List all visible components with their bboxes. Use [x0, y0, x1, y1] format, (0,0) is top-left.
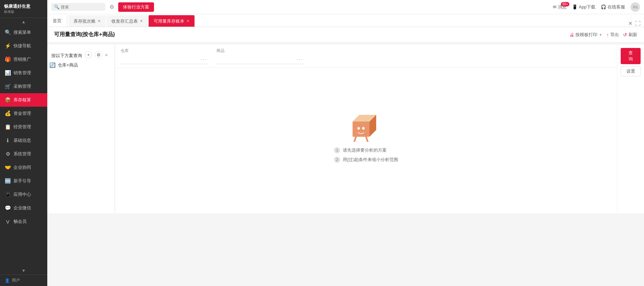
- sidebar-item-basic[interactable]: ℹ基础信息: [0, 134, 47, 147]
- online-service-btn[interactable]: 🎧 在线客服: [601, 4, 625, 10]
- app-version: 标准版: [4, 9, 43, 14]
- empty-hints: 1 请先选择要分析的方案 2 用[过滤]条件来缩小分析范围: [334, 147, 398, 163]
- industry-btn[interactable]: 体验行业方案: [118, 2, 154, 12]
- warehouse-dots[interactable]: ···: [201, 56, 207, 62]
- basic-icon: ℹ: [5, 137, 11, 144]
- sidebar-item-search[interactable]: 🔍搜索菜单: [0, 26, 47, 39]
- scheme-item[interactable]: 🔄 仓库+商品: [47, 61, 114, 70]
- refresh-icon: ↺: [623, 32, 627, 37]
- svg-line-6: [366, 137, 368, 142]
- wechat-icon: 💬: [5, 205, 11, 211]
- filter-fields-row: 仓库 ··· 商品 ···: [115, 45, 617, 68]
- tab-home[interactable]: 首页: [47, 15, 67, 27]
- refresh-btn[interactable]: ↺ 刷新: [623, 32, 637, 38]
- topbar: 🔍 ⚙ 体验行业方案 ✉ 99+ 消息 📱 App下载 🎧 在线客服 Rit: [47, 0, 644, 14]
- message-icon: ✉: [553, 4, 557, 9]
- settings-btn[interactable]: 设置: [621, 66, 641, 76]
- app-download-btn[interactable]: 📱 App下载: [572, 4, 595, 10]
- tab-available-label: 可用量库存账本: [154, 18, 184, 24]
- system-icon: ⚙: [5, 151, 11, 157]
- tab-batch-close[interactable]: ✕: [98, 19, 101, 23]
- add-scheme-btn[interactable]: +: [85, 51, 92, 58]
- online-service-label: 在线客服: [608, 4, 625, 10]
- scroll-down[interactable]: ▼: [0, 267, 47, 275]
- sidebar-label-member: 畅会员: [14, 218, 27, 225]
- sidebar-label-shortcut: 快捷导航: [14, 43, 31, 49]
- shortcut-icon: ⚡: [5, 43, 11, 49]
- sidebar-item-finance[interactable]: 💰资金管理: [0, 107, 47, 120]
- hint-1: 1 请先选择要分析的方案: [334, 147, 398, 153]
- sales-icon: 📊: [5, 70, 11, 76]
- query-btn[interactable]: 查询: [621, 48, 641, 64]
- tabs-bar: 首页 库存批次账 ✕ 收发存汇总表 ✕ 可用量库存账本 ✕ ✕ ⛶: [47, 14, 644, 27]
- page-header-actions: 🖨 按模板打印 ▼ ↑ 导出 ↺ 刷新: [569, 32, 637, 38]
- print-btn[interactable]: 🖨 按模板打印 ▼: [569, 32, 602, 38]
- sidebar-label-search: 搜索菜单: [14, 29, 31, 35]
- sidebar-footer[interactable]: 👤 用户: [0, 275, 47, 286]
- avatar-text: Rit: [633, 5, 637, 9]
- topbar-right: ✉ 99+ 消息 📱 App下载 🎧 在线客服 Rit: [553, 2, 640, 12]
- hint-2-text: 用[过滤]条件来缩小分析范围: [343, 157, 398, 163]
- print-chevron: ▼: [599, 33, 602, 37]
- settings-scheme-btn[interactable]: ⚙: [95, 51, 102, 58]
- user-name: 用户: [12, 278, 20, 283]
- collapse-btn[interactable]: «: [105, 52, 108, 57]
- tab-summary[interactable]: 收发存汇总表 ✕: [106, 15, 148, 27]
- sidebar-label-inventory: 库存核算: [14, 97, 31, 103]
- search-icon: 🔍: [5, 29, 11, 35]
- page-header: 可用量查询(按仓库+商品) 🖨 按模板打印 ▼ ↑ 导出 ↺ 刷新: [47, 27, 644, 43]
- svg-line-5: [354, 137, 356, 142]
- svg-point-3: [357, 127, 360, 130]
- sidebar-nav: 🔍搜索菜单⚡快捷导航🎁营销推广📊销售管理🛒采购管理📦库存核算💰资金管理📋经营管理…: [0, 26, 47, 267]
- tab-summary-close[interactable]: ✕: [140, 19, 143, 23]
- sidebar-label-ops: 经营管理: [14, 124, 31, 130]
- sidebar-item-ops[interactable]: 📋经营管理: [0, 120, 47, 134]
- warehouse-label: 仓库: [121, 48, 208, 54]
- export-btn[interactable]: ↑ 导出: [607, 32, 619, 38]
- search-input[interactable]: [61, 5, 101, 9]
- avatar[interactable]: Rit: [630, 2, 640, 12]
- sidebar-item-inventory[interactable]: 📦库存核算: [0, 93, 47, 107]
- tabs-actions: ✕ ⛶: [625, 20, 644, 27]
- add-icon: +: [87, 52, 90, 57]
- sidebar-label-purchase: 采购管理: [14, 83, 31, 89]
- svg-point-4: [362, 127, 365, 130]
- sidebar-label-newbie: 新手引导: [14, 178, 31, 184]
- sidebar-item-member[interactable]: V畅会员: [0, 215, 47, 228]
- newbie-icon: 🆕: [5, 178, 11, 184]
- tab-batch[interactable]: 库存批次账 ✕: [69, 15, 106, 27]
- gear-btn[interactable]: ⚙: [108, 2, 115, 11]
- marketing-icon: 🎁: [5, 56, 11, 62]
- sidebar-item-shortcut[interactable]: ⚡快捷导航: [0, 39, 47, 53]
- svg-rect-1: [353, 122, 369, 137]
- empty-state: 1 请先选择要分析的方案 2 用[过滤]条件来缩小分析范围: [115, 68, 617, 203]
- expand-btn[interactable]: ⛶: [635, 21, 641, 27]
- sidebar-item-sales[interactable]: 📊销售管理: [0, 66, 47, 80]
- tab-available-close[interactable]: ✕: [186, 19, 189, 23]
- search-icon: 🔍: [54, 4, 59, 9]
- print-label: 按模板打印: [575, 32, 597, 38]
- product-dots[interactable]: ···: [297, 56, 303, 62]
- sidebar-item-system[interactable]: ⚙系统管理: [0, 147, 47, 161]
- ops-icon: 📋: [5, 124, 11, 130]
- tab-available[interactable]: 可用量库存账本 ✕: [149, 15, 195, 27]
- sidebar-label-finance: 资金管理: [14, 110, 31, 116]
- message-btn[interactable]: ✉ 99+ 消息: [553, 4, 567, 10]
- warehouse-input-wrap: ···: [121, 55, 208, 64]
- close-all-tabs-btn[interactable]: ✕: [628, 20, 633, 27]
- sidebar-item-wechat[interactable]: 💬企业微信: [0, 201, 47, 215]
- page-title: 可用量查询(按仓库+商品): [54, 31, 115, 38]
- warehouse-input[interactable]: [122, 57, 199, 62]
- sidebar-item-apps[interactable]: 📱应用中心: [0, 188, 47, 201]
- sidebar-item-marketing[interactable]: 🎁营销推广: [0, 53, 47, 66]
- product-input[interactable]: [218, 57, 295, 62]
- inventory-icon: 📦: [5, 97, 11, 103]
- export-icon: ↑: [607, 32, 609, 37]
- sidebar-item-purchase[interactable]: 🛒采购管理: [0, 80, 47, 93]
- sidebar-item-collab[interactable]: 🤝企业协同: [0, 161, 47, 174]
- scroll-up[interactable]: ▲: [0, 18, 47, 26]
- settings-scheme-icon: ⚙: [97, 52, 101, 57]
- sidebar-item-newbie[interactable]: 🆕新手引导: [0, 174, 47, 188]
- search-box[interactable]: 🔍: [51, 3, 105, 11]
- user-icon: 👤: [5, 278, 10, 283]
